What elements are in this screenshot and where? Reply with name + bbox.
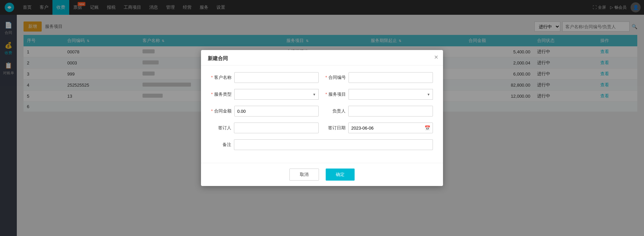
remark-input[interactable] xyxy=(234,139,433,150)
amount-label: 合同金额 xyxy=(211,108,232,114)
form-group-sign-date: 签订日期 📅 xyxy=(325,123,433,133)
service-item-label: 服务项目 xyxy=(325,91,346,97)
cancel-button[interactable]: 取消 xyxy=(289,169,319,181)
form-group-responsible: 负责人 xyxy=(325,106,433,116)
form-group-amount: 合同金额 xyxy=(211,106,319,116)
form-group-customer: 客户名称 xyxy=(211,72,319,83)
contract-no-input[interactable] xyxy=(349,72,433,83)
responsible-input[interactable] xyxy=(348,106,433,116)
remark-label: 备注 xyxy=(211,142,231,148)
modal-close-button[interactable]: ✕ xyxy=(434,54,438,60)
contract-no-label: 合同编号 xyxy=(325,75,346,81)
signer-input[interactable] xyxy=(234,123,319,133)
sign-date-label: 签订日期 xyxy=(325,125,346,131)
modal-body: 客户名称 合同编号 服务类型 xyxy=(201,65,443,163)
service-type-select[interactable] xyxy=(234,89,319,100)
form-group-signer: 签订人 xyxy=(211,123,319,133)
modal-header: 新建合同 xyxy=(201,50,443,65)
form-group-contract-no: 合同编号 xyxy=(325,72,433,83)
customer-name-label: 客户名称 xyxy=(211,75,232,81)
responsible-label: 负责人 xyxy=(325,108,346,114)
confirm-button[interactable]: 确定 xyxy=(326,169,355,181)
form-group-service-item: 服务项目 xyxy=(325,89,433,100)
form-group-service-type: 服务类型 xyxy=(211,89,319,100)
customer-name-input[interactable] xyxy=(234,72,319,83)
form-row-3: 合同金额 负责人 xyxy=(211,106,433,116)
service-item-select[interactable] xyxy=(349,89,433,100)
form-row-1: 客户名称 合同编号 xyxy=(211,72,433,83)
modal-overlay[interactable]: 新建合同 ✕ 客户名称 合同编号 服务类型 xyxy=(0,0,644,236)
signer-label: 签订人 xyxy=(211,125,231,131)
service-type-select-wrap xyxy=(234,89,319,100)
service-type-label: 服务类型 xyxy=(211,91,232,97)
form-row-2: 服务类型 服务项目 xyxy=(211,89,433,100)
amount-input[interactable] xyxy=(234,106,319,116)
sign-date-wrap: 📅 xyxy=(348,123,433,133)
calendar-icon[interactable]: 📅 xyxy=(425,125,430,131)
form-group-remark: 备注 xyxy=(211,139,433,150)
form-row-5: 备注 xyxy=(211,139,433,150)
new-contract-modal: 新建合同 ✕ 客户名称 合同编号 服务类型 xyxy=(201,50,443,186)
service-item-select-wrap xyxy=(349,89,433,100)
sign-date-input[interactable] xyxy=(348,123,433,133)
modal-title: 新建合同 xyxy=(208,55,228,61)
modal-footer: 取消 确定 xyxy=(201,163,443,186)
form-row-4: 签订人 签订日期 📅 xyxy=(211,123,433,133)
